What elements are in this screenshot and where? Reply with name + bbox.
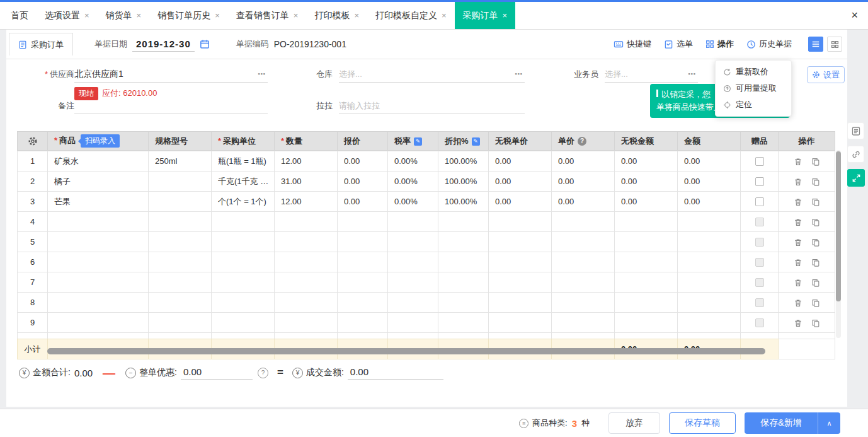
cell-quote[interactable]: 0.00 xyxy=(338,172,388,192)
warehouse-more-button[interactable]: ⋯ xyxy=(515,69,525,79)
remark-input[interactable] xyxy=(74,98,268,114)
cell-unit[interactable] xyxy=(212,313,275,333)
cell-discount[interactable] xyxy=(438,252,489,272)
cell-amount[interactable]: 0.00 xyxy=(678,172,741,192)
cell-amount[interactable] xyxy=(678,232,741,252)
cell-qty[interactable] xyxy=(275,232,338,252)
cell-discount[interactable] xyxy=(438,232,489,252)
salesman-select[interactable]: 选择... ⋯ xyxy=(605,66,698,83)
copy-row-icon[interactable] xyxy=(811,298,820,308)
cell-tax[interactable] xyxy=(388,333,438,339)
copy-row-icon[interactable] xyxy=(811,318,820,328)
cell-amount[interactable] xyxy=(678,272,741,293)
cell-quote[interactable] xyxy=(338,232,388,252)
calendar-icon[interactable] xyxy=(200,39,210,49)
cell-tax[interactable] xyxy=(388,232,438,252)
cell-product[interactable] xyxy=(48,293,149,313)
cell-discount[interactable]: 100.00% xyxy=(438,192,489,212)
cell-discount[interactable] xyxy=(438,293,489,313)
link-button[interactable] xyxy=(847,146,864,163)
save-draft-button[interactable]: 保存草稿 xyxy=(669,412,736,434)
tab-close-icon[interactable]: × xyxy=(294,11,299,20)
delete-row-icon[interactable] xyxy=(794,298,802,308)
cell-amount[interactable] xyxy=(678,313,741,333)
gift-checkbox[interactable] xyxy=(755,238,764,247)
date-input[interactable]: 2019-12-30 xyxy=(132,37,195,52)
copy-row-icon[interactable] xyxy=(811,157,820,166)
shortcuts-button[interactable]: 快捷键 xyxy=(614,38,651,50)
settings-button[interactable]: 设置 xyxy=(807,66,845,83)
gift-checkbox[interactable] xyxy=(755,157,764,166)
operations-button[interactable]: 操作 xyxy=(705,38,734,50)
delete-row-icon[interactable] xyxy=(794,278,802,288)
cell-product[interactable] xyxy=(48,313,149,333)
cell-spec[interactable]: 250ml xyxy=(149,151,212,172)
cell-notax-amount[interactable] xyxy=(615,212,678,232)
cell-spec[interactable] xyxy=(149,293,212,313)
cell-tax[interactable] xyxy=(388,293,438,313)
cell-notax-amount[interactable] xyxy=(615,333,678,339)
tab-7[interactable]: 采购订单× xyxy=(455,2,516,29)
expand-button[interactable] xyxy=(847,169,865,187)
cell-qty[interactable]: 12.00 xyxy=(275,151,338,172)
copy-row-icon[interactable] xyxy=(811,258,820,267)
cell-spec[interactable] xyxy=(149,212,212,232)
cell-price[interactable]: 0.00 xyxy=(552,172,615,192)
tab-close-icon[interactable]: × xyxy=(442,11,447,20)
cell-qty[interactable] xyxy=(275,272,338,293)
tab-4[interactable]: 查看销售订单× xyxy=(228,2,307,29)
cell-notax-amount[interactable] xyxy=(615,272,678,293)
cell-notax-price[interactable] xyxy=(489,272,552,293)
cell-qty[interactable] xyxy=(275,212,338,232)
cell-price[interactable] xyxy=(552,272,615,293)
copy-row-icon[interactable] xyxy=(811,218,820,227)
tab-close-icon[interactable]: × xyxy=(503,11,508,20)
lala-input[interactable]: 请输入拉拉 xyxy=(339,98,525,114)
cell-tax[interactable] xyxy=(388,212,438,232)
cell-unit[interactable] xyxy=(212,272,275,293)
gift-checkbox[interactable] xyxy=(755,177,764,186)
tab-close-icon[interactable]: × xyxy=(215,11,220,20)
cell-product[interactable] xyxy=(48,252,149,272)
notes-button[interactable] xyxy=(847,122,864,139)
cell-tax[interactable] xyxy=(388,252,438,272)
cell-product[interactable] xyxy=(48,232,149,252)
cell-notax-amount[interactable]: 0.00 xyxy=(615,172,678,192)
cell-notax-amount[interactable] xyxy=(615,252,678,272)
cell-qty[interactable] xyxy=(275,333,338,339)
cell-product[interactable]: 芒果 xyxy=(48,192,149,212)
cell-quote[interactable] xyxy=(338,333,388,339)
cell-qty[interactable] xyxy=(275,313,338,333)
cell-notax-price[interactable] xyxy=(489,252,552,272)
cell-discount[interactable] xyxy=(438,212,489,232)
cell-product[interactable]: 橘子 xyxy=(48,172,149,192)
close-window-icon[interactable]: × xyxy=(841,9,868,22)
gift-checkbox[interactable] xyxy=(755,278,764,287)
doc-type-tab[interactable]: 采购订单 xyxy=(9,33,73,55)
gift-checkbox[interactable] xyxy=(755,197,764,206)
delete-row-icon[interactable] xyxy=(794,197,802,207)
cell-product[interactable]: 矿泉水 xyxy=(48,151,149,172)
cell-notax-price[interactable] xyxy=(489,293,552,313)
copy-row-icon[interactable] xyxy=(811,197,820,207)
menu-item-locate[interactable]: 定位 xyxy=(716,96,791,113)
tab-close-icon[interactable]: × xyxy=(354,11,359,20)
cell-quote[interactable] xyxy=(338,272,388,293)
cell-notax-price[interactable] xyxy=(489,333,552,339)
cell-discount[interactable]: 100.00% xyxy=(438,172,489,192)
cell-notax-amount[interactable]: 0.00 xyxy=(615,151,678,172)
cell-spec[interactable] xyxy=(149,252,212,272)
cell-discount[interactable] xyxy=(438,272,489,293)
cell-notax-amount[interactable] xyxy=(615,232,678,252)
cell-spec[interactable] xyxy=(149,272,212,293)
cell-price[interactable] xyxy=(552,333,615,339)
tab-3[interactable]: 销售订单历史× xyxy=(149,2,228,29)
edit-discount-icon[interactable]: ✎ xyxy=(472,137,480,146)
tab-2[interactable]: 销货单× xyxy=(98,2,150,29)
vertical-scrollbar-thumb[interactable] xyxy=(836,151,841,301)
delete-row-icon[interactable] xyxy=(794,258,802,267)
cell-quote[interactable] xyxy=(338,313,388,333)
cell-notax-price[interactable] xyxy=(489,232,552,252)
price-help-icon[interactable]: ? xyxy=(578,137,586,146)
cell-discount[interactable] xyxy=(438,333,489,339)
